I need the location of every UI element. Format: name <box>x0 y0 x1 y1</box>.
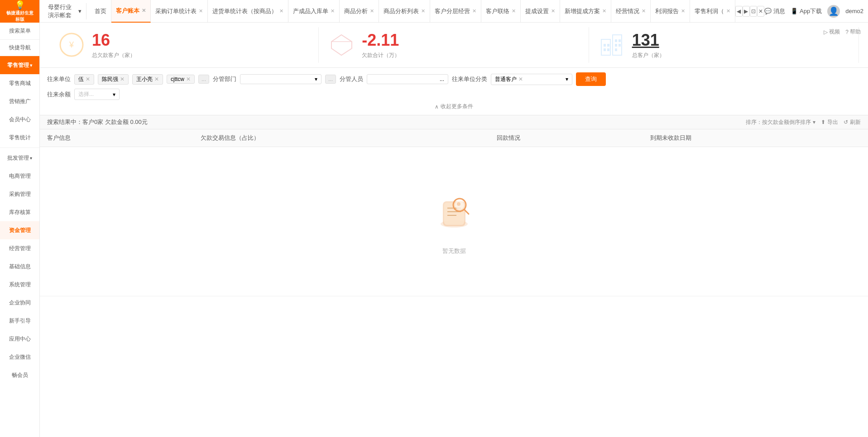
version-dropdown[interactable]: 母婴行业演示帐套 ▾ <box>44 3 86 19</box>
svg-text:¥: ¥ <box>68 40 74 49</box>
tab-close-new-improve[interactable]: ✕ <box>602 8 606 14</box>
category-filter-label: 往来单位分类 <box>452 75 487 83</box>
tab-product-analysis[interactable]: 商品分析 ✕ <box>340 0 379 23</box>
sidebar-item-ecommerce-mgmt[interactable]: 电商管理 <box>0 167 39 185</box>
sidebar-item-finance-mgmt[interactable]: 资金管理 <box>0 221 39 239</box>
remove-tag-wang[interactable]: ✕ <box>154 76 159 82</box>
quick-nav[interactable]: 快捷导航 <box>0 40 39 56</box>
stat-text-total-customers: 131 总客户（家） <box>632 31 665 59</box>
sidebar-item-retail-mall[interactable]: 零售商城 <box>0 74 39 92</box>
search-menu[interactable]: 搜索菜单 <box>0 23 39 40</box>
sidebar-item-enterprise-wechat[interactable]: 企业微信 <box>0 348 39 366</box>
tab-customer-segment[interactable]: 客户分层经营 ✕ <box>430 0 481 23</box>
tab-scroll-left[interactable]: ◀ <box>735 6 743 17</box>
remove-tag-chen[interactable]: ✕ <box>120 76 125 82</box>
mobile-icon: 📱 <box>791 8 798 14</box>
tab-improve-settings[interactable]: 提成设置 ✕ <box>521 0 560 23</box>
tab-close-product-analysis-list[interactable]: ✕ <box>421 8 425 14</box>
category-select[interactable]: 普通客户 ✕ ▾ <box>491 74 572 85</box>
sidebar-item-app-center[interactable]: 应用中心 <box>0 330 39 348</box>
sort-select[interactable]: 排序：按欠款金额倒序排序 ▾ <box>746 119 815 126</box>
tab-close-product-analysis[interactable]: ✕ <box>370 8 374 14</box>
remove-category-tag[interactable]: ✕ <box>518 76 523 82</box>
query-button[interactable]: 查询 <box>576 72 606 86</box>
tab-product-analysis-list[interactable]: 商品分析列表 ✕ <box>379 0 430 23</box>
collapse-filter-btn[interactable]: ∧ 收起更多条件 <box>47 103 861 110</box>
refresh-button[interactable]: ↺ 刷新 <box>844 119 861 126</box>
stat-icon-building <box>598 32 625 59</box>
empty-state-cell: 暂无数据 <box>40 147 868 296</box>
tab-close-purchase-order[interactable]: ✕ <box>199 8 203 14</box>
tab-profit-report[interactable]: 利润报告 ✕ <box>651 0 690 23</box>
sidebar-item-wholesale-mgmt[interactable]: 批发管理 ▾ <box>0 149 39 167</box>
stat-value-total-customers: 131 <box>632 31 665 50</box>
filter-tag-cjttcw[interactable]: cjttcw ✕ <box>167 75 195 84</box>
tab-close-all[interactable]: ✕ <box>757 6 764 17</box>
sidebar-item-enterprise-coop[interactable]: 企业协同 <box>0 294 39 312</box>
sidebar-item-vip-member[interactable]: 畅会员 <box>0 366 39 384</box>
sidebar-item-purchase-mgmt[interactable]: 采购管理 <box>0 185 39 203</box>
avatar: 👤 <box>827 5 840 18</box>
tab-close-product-inbound[interactable]: ✕ <box>331 8 335 14</box>
tab-customer-contact[interactable]: 客户联络 ✕ <box>481 0 521 23</box>
stat-block-total-customers: 131 总客户（家） <box>589 27 859 63</box>
more-tags-btn[interactable]: ... <box>198 75 209 84</box>
filter-tag-wu[interactable]: 伍 ✕ <box>74 74 94 85</box>
tab-close-retail-profit[interactable]: ✕ <box>726 8 730 14</box>
sidebar-item-inventory-check[interactable]: 库存核算 <box>0 203 39 221</box>
sidebar-item-marketing[interactable]: 营销推广 <box>0 92 39 110</box>
stat-label-customers: 总欠款客户（家） <box>92 52 135 59</box>
remove-tag-cjttcw[interactable]: ✕ <box>186 76 191 82</box>
person-select[interactable]: ... <box>367 74 448 84</box>
sidebar-item-operation-mgmt[interactable]: 经营管理 <box>0 239 39 257</box>
col-customer-info: 客户信息 <box>40 129 193 147</box>
help-icon: ? <box>845 29 849 35</box>
tab-close-operation[interactable]: ✕ <box>642 8 646 14</box>
filter-tag-chen[interactable]: 陈民强 ✕ <box>98 74 129 85</box>
video-link[interactable]: ▷ 视频 <box>824 28 840 36</box>
tab-close-customer-contact[interactable]: ✕ <box>512 8 516 14</box>
tab-home[interactable]: 首页 <box>90 0 111 23</box>
chevron-down-icon-person: ... <box>440 76 444 82</box>
stat-icon-coin: ¥ <box>58 32 85 59</box>
department-select[interactable]: ▾ <box>240 74 321 84</box>
stat-label-total-customers: 总客户（家） <box>632 52 665 59</box>
filter-row-1: 往来单位 伍 ✕ 陈民强 ✕ 王小亮 ✕ cjttcw ✕ ... <box>47 72 861 86</box>
app-download-button[interactable]: 📱 App下载 <box>791 7 822 15</box>
tab-customer-book[interactable]: 客户账本 ✕ <box>111 0 151 23</box>
tab-more[interactable]: ⊡ <box>750 6 757 17</box>
export-icon: ⬆ <box>821 119 825 125</box>
remove-tag-wu[interactable]: ✕ <box>86 76 90 82</box>
tab-close-customer-segment[interactable]: ✕ <box>472 8 476 14</box>
department-more-btn[interactable]: ... <box>325 75 336 84</box>
filter-tag-wang[interactable]: 王小亮 ✕ <box>132 74 163 85</box>
tab-bar: 母婴行业演示帐套 ▾ 首页 客户账本 ✕ 采购订单统计表 ✕ 进货单统计表（按商… <box>44 0 764 23</box>
tab-inbound-stats[interactable]: 进货单统计表（按商品） ✕ <box>208 0 288 23</box>
stat-help-links: ▷ 视频 ? 帮助 <box>824 28 861 36</box>
tab-operation[interactable]: 经营情况 ✕ <box>611 0 651 23</box>
tab-new-improve[interactable]: 新增提成方案 ✕ <box>560 0 611 23</box>
tab-retail-profit[interactable]: 零售利润（ ✕ <box>690 0 735 23</box>
tab-scroll-right[interactable]: ▶ <box>743 6 750 17</box>
sidebar-item-member-center[interactable]: 会员中心 <box>0 110 39 128</box>
tab-close-improve-settings[interactable]: ✕ <box>551 8 555 14</box>
tab-close-inbound-stats[interactable]: ✕ <box>279 8 283 14</box>
tab-close-profit-report[interactable]: ✕ <box>681 8 685 14</box>
col-overdue-date: 到期未收款日期 <box>643 129 868 147</box>
tab-product-inbound[interactable]: 产成品入库单 ✕ <box>288 0 340 23</box>
balance-select[interactable]: 选择... ▾ <box>74 89 120 100</box>
export-button[interactable]: ⬆ 导出 <box>821 119 838 126</box>
tab-close-customer-book[interactable]: ✕ <box>142 8 146 14</box>
user-name[interactable]: demo2 <box>845 8 863 14</box>
sidebar-item-system-mgmt[interactable]: 系统管理 <box>0 276 39 294</box>
svg-marker-2 <box>331 35 352 55</box>
sidebar-item-basic-info[interactable]: 基础信息 <box>0 257 39 276</box>
logo-text: 畅捷通好生意 <box>6 10 34 16</box>
sidebar-item-retail-stats[interactable]: 零售统计 <box>0 128 39 147</box>
tab-purchase-order[interactable]: 采购订单统计表 ✕ <box>151 0 208 23</box>
help-link[interactable]: ? 帮助 <box>845 28 861 36</box>
sidebar-item-retail-mgmt[interactable]: 零售管理 ▾ <box>0 56 39 74</box>
message-button[interactable]: 💬 消息 <box>764 7 785 15</box>
chevron-up-icon: ∧ <box>435 104 439 110</box>
sidebar-item-new-guide[interactable]: 新手引导 <box>0 312 39 330</box>
